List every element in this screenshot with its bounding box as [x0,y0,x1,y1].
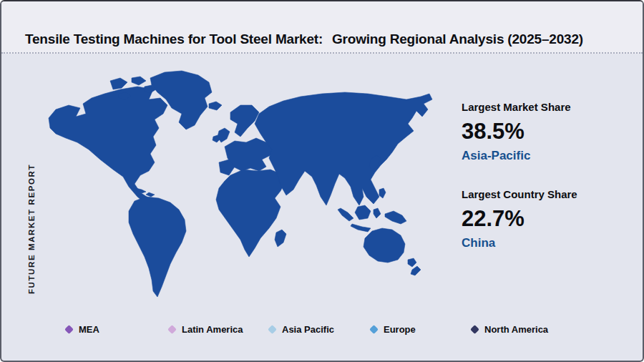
legend-dot-icon [167,325,177,334]
stat-label: Largest Country Share [462,188,577,200]
brand-watermark: FUTURE MARKET REPORT [27,150,39,308]
infographic-frame: Tensile Testing Machines for Tool Steel … [0,0,644,362]
legend-label: Latin America [182,324,243,335]
world-map [44,62,459,309]
legend-item: Europe [371,322,416,336]
page-title-left: Tensile Testing Machines for Tool Steel … [25,31,323,47]
region-europe [230,105,259,137]
world-map-landmasses [49,71,432,297]
stat-region: Asia-Pacific [462,149,571,163]
region-north-america [49,87,167,208]
legend-label: Asia Pacific [282,324,334,335]
header-band: Tensile Testing Machines for Tool Steel … [1,1,643,54]
region-africa [216,170,285,257]
legend-item: MEA [66,322,99,336]
stat-value: 22.7% [462,206,577,232]
legend-dot-icon [470,325,479,334]
legend-label: Europe [384,324,416,335]
map-legend: MEALatin AmericaAsia PacificEuropeNorth … [1,322,643,338]
legend-label: MEA [79,324,99,335]
main-area: FUTURE MARKET REPORT [1,54,643,362]
stat-region: China [462,236,577,250]
legend-item: Latin America [169,322,243,336]
legend-item: Asia Pacific [269,322,334,336]
stat-label: Largest Market Share [462,101,571,113]
legend-dot-icon [268,325,277,334]
legend-item: North America [472,322,548,336]
stat-value: 38.5% [462,119,571,145]
legend-dot-icon [369,325,379,334]
legend-dot-icon [64,325,74,334]
region-australia [364,228,405,263]
stat-largest-country-share: Largest Country Share 22.7% China [462,188,577,250]
region-south-america [129,197,186,297]
legend-label: North America [484,324,548,335]
stat-largest-market-share: Largest Market Share 38.5% Asia-Pacific [462,101,571,163]
page-title-right: Growing Regional Analysis (2025–2032) [332,31,583,47]
